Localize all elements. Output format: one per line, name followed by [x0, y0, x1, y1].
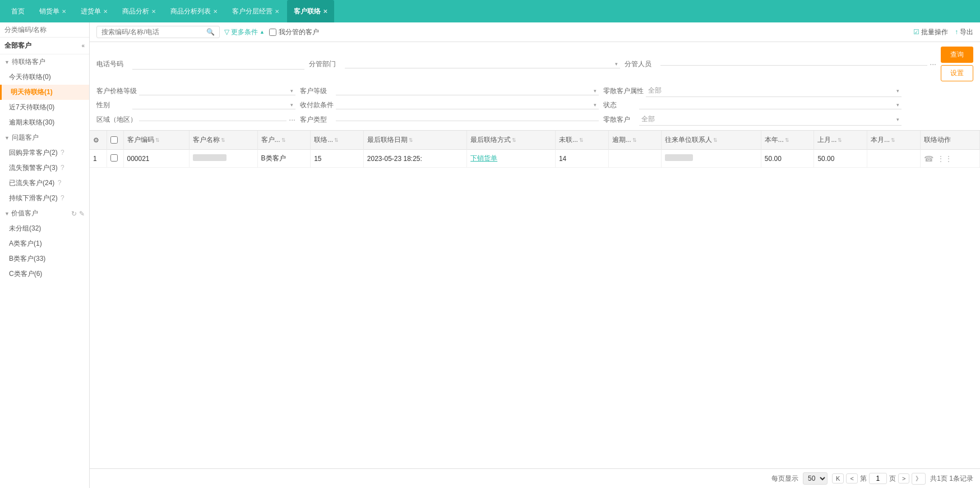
nav-customer-contact[interactable]: 客户联络 ✕ [287, 0, 334, 22]
sidebar-item-b-class[interactable]: B类客户(33) [0, 251, 89, 266]
search-input[interactable] [101, 28, 204, 36]
toolbar: 🔍 ▽ 更多条件 ▲ 我分管的客户 ☑ 批量操作 ↑ 导出 [90, 22, 980, 42]
footer: 每页显示 50 K < 第 页 > 》 共1页 1条记录 [90, 468, 980, 488]
filter-customer-level: 客户等级 ▾ [300, 86, 599, 96]
row-checkbox[interactable] [110, 154, 118, 162]
checkbox-icon: ☑ [913, 28, 919, 36]
prev-page-btn[interactable]: < [846, 473, 857, 484]
nav-customer-segmentation[interactable]: 客户分层经营 ✕ [225, 0, 286, 22]
sidebar-item-churned[interactable]: 已流失客户(24) ? [0, 176, 89, 191]
close-customer-seg-icon[interactable]: ✕ [275, 8, 279, 15]
page-nav: K < 第 页 > 》 [832, 473, 926, 485]
filter-phone-input[interactable] [132, 59, 304, 70]
next-page-btn[interactable]: > [898, 473, 909, 484]
page-size-select[interactable]: 50 [803, 472, 828, 485]
col-overdue[interactable]: 逾期... ⇅ [608, 131, 662, 150]
action-more-icon[interactable]: ⋮⋮ [937, 154, 953, 163]
row-no-contact: 14 [555, 150, 608, 168]
filter-status-select[interactable]: ▾ [639, 101, 902, 109]
sidebar-pending-group[interactable]: 待联络客户 [0, 54, 89, 70]
nav-product-analysis-list[interactable]: 商品分析列表 ✕ [164, 0, 224, 22]
refresh-icon[interactable]: ↻ [71, 210, 77, 218]
close-product-analysis-icon[interactable]: ✕ [151, 8, 156, 15]
filter-payment-select[interactable]: ▾ [336, 101, 599, 109]
sidebar-search-input[interactable] [4, 26, 89, 34]
customer-table: ⚙ 客户编码 ⇅ [90, 131, 980, 168]
sidebar-item-tomorrow[interactable]: 明天待联络(1) [0, 85, 89, 100]
col-last-date[interactable]: 最后联络日期 ⇅ [363, 131, 466, 150]
sidebar-problem-group[interactable]: 问题客户 [0, 130, 89, 145]
filter-retail-attr-select[interactable]: 全部 ▾ [646, 85, 902, 97]
filter-person-more-icon[interactable]: ··· [930, 59, 936, 68]
my-customers-checkbox-label[interactable]: 我分管的客户 [269, 27, 319, 37]
sidebar-item-ungrouped[interactable]: 未分组(32) [0, 221, 89, 236]
col-name[interactable]: 客户名称 ⇅ [189, 131, 257, 150]
sidebar-item-declining[interactable]: 持续下滑客户(2) ? [0, 191, 89, 206]
sidebar-value-group[interactable]: 价值客户 ↻ ✎ [0, 206, 89, 221]
main-layout: 🔍 全部客户 « 待联络客户 今天待联络(0) 明天待联络(1) 近7天待联络(… [0, 22, 980, 488]
nav-purchase-order[interactable]: 进货单 ✕ [74, 0, 114, 22]
sidebar-item-c-class[interactable]: C类客户(6) [0, 266, 89, 282]
col-checkbox[interactable] [107, 131, 123, 150]
close-customer-contact-icon[interactable]: ✕ [323, 8, 327, 15]
close-purchase-order-icon[interactable]: ✕ [103, 8, 108, 15]
export-btn[interactable]: ↑ 导出 [955, 27, 973, 37]
sidebar-item-churn-warning[interactable]: 流失预警客户(3) ? [0, 160, 89, 176]
filter-row-4: 区域（地区） ··· 客户类型 零散客户 全部 ▾ [96, 113, 973, 126]
my-customers-checkbox[interactable] [269, 29, 276, 36]
col-contact-count[interactable]: 联络... ⇅ [311, 131, 364, 150]
col-code[interactable]: 客户编码 ⇅ [123, 131, 189, 150]
help-icon-2: ? [58, 179, 62, 187]
filter-region-input [139, 118, 286, 121]
filter-person-input [660, 63, 927, 66]
row-checkbox-cell[interactable] [107, 150, 123, 168]
edit-icon[interactable]: ✎ [79, 210, 85, 218]
close-product-analysis-list-icon[interactable]: ✕ [213, 8, 218, 15]
row-type: B类客户 [257, 150, 311, 168]
action-phone-icon[interactable]: ☎ [924, 154, 933, 163]
sidebar-item-7days[interactable]: 近7天待联络(0) [0, 100, 89, 115]
filter-region-more-icon[interactable]: ··· [289, 115, 295, 124]
sidebar-item-today[interactable]: 今天待联络(0) [0, 70, 89, 85]
close-sales-order-icon[interactable]: ✕ [62, 8, 66, 15]
last-page-btn[interactable]: 》 [912, 473, 926, 485]
filter-payment: 收付款条件 ▾ [300, 100, 599, 110]
select-all-checkbox[interactable] [110, 136, 118, 144]
col-type[interactable]: 客户... ⇅ [257, 131, 311, 150]
page-input[interactable] [869, 473, 887, 484]
row-index: 1 [90, 150, 107, 168]
setting-button[interactable]: 设置 [941, 65, 973, 81]
sidebar-item-repurchase-abnormal[interactable]: 回购异常客户(2) ? [0, 145, 89, 160]
filter-more-btn[interactable]: ▽ 更多条件 ▲ [224, 27, 265, 37]
nav-home[interactable]: 首页 [4, 0, 31, 22]
sort-last-month-icon: ⇅ [838, 137, 842, 143]
filter-retail-customer-select[interactable]: 全部 ▾ [639, 113, 902, 126]
sidebar-item-overdue[interactable]: 逾期未联络(30) [0, 115, 89, 130]
filter-customer-type-select[interactable] [336, 118, 599, 121]
col-last-month[interactable]: 上月... ⇅ [814, 131, 867, 150]
table-header-row: ⚙ 客户编码 ⇅ [90, 131, 980, 150]
filter-price-level-select[interactable]: ▾ [139, 87, 295, 95]
batch-op-btn[interactable]: ☑ 批量操作 [913, 27, 948, 37]
search-btn-icon[interactable]: 🔍 [206, 28, 215, 36]
row-last-method[interactable]: 下销货单 [467, 150, 556, 168]
nav-sales-order[interactable]: 销货单 ✕ [33, 0, 73, 22]
filter-gender-select[interactable]: ▾ [132, 101, 295, 109]
col-setting[interactable]: ⚙ [90, 131, 107, 150]
query-button[interactable]: 查询 [941, 47, 973, 63]
first-page-btn[interactable]: K [832, 473, 844, 484]
filter-row-2: 客户价格等级 ▾ 客户等级 ▾ 零散客户属性 全部 [96, 85, 973, 97]
col-unit-contact[interactable]: 往来单位联系人 ⇅ [662, 131, 761, 150]
table-row: 1 000021 B类客户 15 2023-05-23 18:25: 下销货单 [90, 150, 980, 168]
sidebar-all-customers[interactable]: 全部客户 « [0, 38, 89, 54]
row-last-date: 2023-05-23 18:25: [363, 150, 466, 168]
filter-dept-select[interactable]: ▾ [345, 60, 621, 68]
col-no-contact[interactable]: 未联... ⇅ [555, 131, 608, 150]
row-name [189, 150, 257, 168]
nav-product-analysis[interactable]: 商品分析 ✕ [115, 0, 163, 22]
col-this-month[interactable]: 本月... ⇅ [867, 131, 921, 150]
col-this-year[interactable]: 本年... ⇅ [761, 131, 814, 150]
sidebar-item-a-class[interactable]: A类客户(1) [0, 236, 89, 251]
col-last-method[interactable]: 最后联络方式 ⇅ [467, 131, 556, 150]
filter-customer-level-select[interactable]: ▾ [336, 87, 599, 95]
